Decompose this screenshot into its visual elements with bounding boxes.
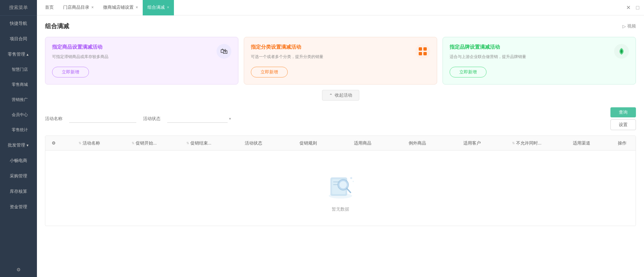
brand-card-title: 指定品牌设置满减活动: [450, 44, 629, 50]
product-card-title: 指定商品设置满减活动: [52, 44, 231, 50]
sidebar-item-project-contract[interactable]: 项目合同: [0, 31, 37, 47]
th-applicable-goods: 适用商品: [335, 140, 390, 146]
sidebar-item-xiaochangec[interactable]: 小畅电商: [0, 153, 37, 168]
th-sort-activity-name[interactable]: ⇅: [79, 141, 81, 145]
th-promo-rule: 促销规则: [281, 140, 335, 146]
sidebar-item-capital-mgmt[interactable]: 资金管理: [0, 199, 37, 215]
filter-row: 活动名称 活动状态 ▾ 查询 设置: [45, 107, 636, 130]
brand-card-desc: 适合与上游企业联合做营销，提升品牌销量: [450, 54, 629, 60]
svg-line-9: [347, 188, 351, 192]
svg-rect-10: [333, 181, 340, 182]
page-title: 组合满减: [45, 22, 69, 30]
collapse-icon: ⌃: [329, 93, 333, 98]
cards-row: 指定商品设置满减活动 🛍 可指定滞销商品或库存较多商品 立即新增 指定分类设置满…: [45, 37, 636, 85]
svg-point-13: [353, 181, 354, 182]
tab-combo-discount[interactable]: 组合满减 ×: [143, 0, 174, 15]
th-applicable-channel: 适用渠道: [554, 140, 609, 146]
window-maximize-btn[interactable]: □: [635, 3, 641, 12]
page-header: 组合满减 ▷ 视频: [45, 22, 636, 30]
sidebar-item-retail-mgmt[interactable]: 零售管理 ▲: [0, 47, 37, 62]
tab-store-catalog[interactable]: 门店商品目录 ×: [58, 0, 98, 15]
product-card-add-btn[interactable]: 立即新增: [52, 67, 89, 77]
sidebar-settings-icon[interactable]: ⚙: [0, 262, 37, 277]
th-promo-start: ⇅ 促销开始...: [117, 140, 172, 146]
category-card: 指定分类设置满减活动 可选一个或者多个分类，提升分类的销量 立即新增: [244, 37, 437, 85]
th-sort-no-concurrent[interactable]: ⇅: [512, 141, 515, 145]
empty-text: 暂无数据: [332, 206, 349, 212]
th-sort-promo-end[interactable]: ⇅: [186, 141, 189, 145]
main-area: 首页 门店商品目录 × 微商城店铺设置 × 组合满减 × ✕ □ 组合满减 ▷ …: [37, 0, 644, 277]
svg-rect-1: [423, 47, 427, 51]
tab-combo-discount-close[interactable]: ×: [167, 5, 169, 10]
sidebar-item-smart-store[interactable]: 智慧门店: [0, 62, 37, 77]
filter-status-label: 活动状态: [143, 116, 160, 122]
filter-status-select[interactable]: ▾: [167, 115, 231, 123]
video-play-icon: ▷: [623, 24, 626, 29]
th-activity-name: ⇅ 活动名称: [62, 140, 117, 146]
sidebar-item-inventory[interactable]: 库存核算: [0, 184, 37, 199]
tab-home[interactable]: 首页: [40, 0, 58, 15]
setting-button[interactable]: 设置: [610, 119, 636, 130]
svg-point-8: [339, 181, 347, 188]
th-gear[interactable]: ⚙: [45, 141, 62, 146]
table-gear-icon: ⚙: [52, 141, 56, 146]
category-card-title: 指定分类设置满减活动: [251, 44, 430, 50]
sidebar-item-purchase-mgmt[interactable]: 采购管理: [0, 168, 37, 184]
tab-wechat-store[interactable]: 微商城店铺设置 ×: [98, 0, 143, 15]
sidebar-search[interactable]: 搜索菜单: [0, 0, 37, 16]
filter-name-label: 活动名称: [45, 116, 62, 122]
window-close-btn[interactable]: ✕: [625, 3, 632, 12]
th-operations: 操作: [609, 140, 636, 146]
empty-illustration: [324, 171, 357, 201]
sidebar-item-wholesale-mgmt[interactable]: 批发管理 ▼: [0, 137, 37, 153]
category-card-desc: 可选一个或者多个分类，提升分类的销量: [251, 54, 430, 60]
th-no-concurrent: ⇅ 不允许同时...: [499, 140, 554, 146]
svg-rect-11: [333, 184, 338, 185]
brand-card-icon: [614, 44, 629, 59]
brand-card: 指定品牌设置满减活动 适合与上游企业联合做营销，提升品牌销量 立即新增: [443, 37, 636, 85]
th-exception-goods: 例外商品: [390, 140, 445, 146]
tab-wechat-store-close[interactable]: ×: [136, 5, 138, 10]
sidebar-item-retail-mall[interactable]: 零售商城: [0, 77, 37, 92]
filter-status-input[interactable]: [167, 115, 228, 123]
th-applicable-customer: 适用客户: [445, 140, 500, 146]
filter-actions: 查询 设置: [610, 107, 636, 130]
th-sort-promo-start[interactable]: ⇅: [132, 141, 134, 145]
collapse-row: ⌃ 收起活动: [45, 90, 636, 101]
product-card: 指定商品设置满减活动 🛍 可指定滞销商品或库存较多商品 立即新增: [45, 37, 238, 85]
svg-rect-3: [423, 52, 427, 55]
wholesale-mgmt-arrow: ▼: [26, 144, 29, 147]
video-link[interactable]: ▷ 视频: [623, 23, 636, 29]
sidebar-item-marketing[interactable]: 营销推广: [0, 92, 37, 107]
tab-bar: 首页 门店商品目录 × 微商城店铺设置 × 组合满减 × ✕ □: [37, 0, 644, 15]
filter-name-input[interactable]: [69, 115, 136, 123]
retail-mgmt-arrow: ▲: [26, 53, 29, 56]
brand-card-add-btn[interactable]: 立即新增: [450, 67, 487, 77]
query-button[interactable]: 查询: [610, 107, 636, 117]
table-header: ⚙ ⇅ 活动名称 ⇅ 促销开始... ⇅ 促销结束... 活动状态: [45, 136, 636, 151]
empty-state: 暂无数据: [45, 151, 636, 226]
th-activity-status: 活动状态: [226, 140, 281, 146]
svg-rect-0: [419, 47, 422, 51]
sidebar: 搜索菜单 快捷导航 项目合同 零售管理 ▲ 智慧门店 零售商城 营销推广 会员中…: [0, 0, 37, 277]
sidebar-item-retail-stats[interactable]: 零售统计: [0, 122, 37, 137]
data-table: ⚙ ⇅ 活动名称 ⇅ 促销开始... ⇅ 促销结束... 活动状态: [45, 135, 636, 226]
category-card-icon: [415, 44, 430, 59]
product-card-icon: 🛍: [217, 44, 231, 59]
svg-point-12: [350, 177, 352, 179]
filter-status-chevron: ▾: [229, 116, 231, 121]
svg-rect-2: [419, 52, 422, 55]
sidebar-item-quick-nav[interactable]: 快捷导航: [0, 16, 37, 31]
th-promo-end: ⇅ 促销结束...: [172, 140, 226, 146]
product-card-desc: 可指定滞销商品或库存较多商品: [52, 54, 231, 60]
sidebar-item-member-center[interactable]: 会员中心: [0, 107, 37, 122]
content-area: 组合满减 ▷ 视频 指定商品设置满减活动 🛍 可指定滞销商品或库存较多商品 立即…: [37, 15, 644, 277]
category-card-add-btn[interactable]: 立即新增: [251, 67, 288, 77]
collapse-btn[interactable]: ⌃ 收起活动: [322, 90, 359, 101]
tab-actions: ✕ □: [625, 3, 641, 12]
tab-store-catalog-close[interactable]: ×: [91, 5, 94, 10]
